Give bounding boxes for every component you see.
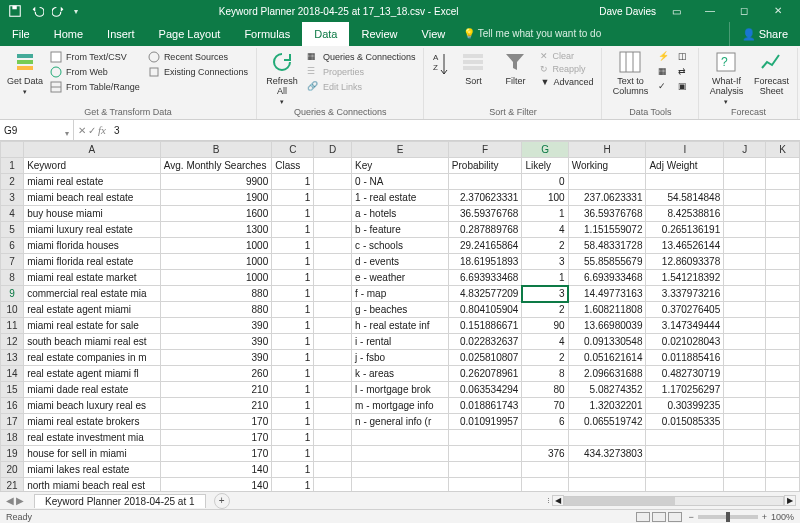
normal-view-button[interactable] — [636, 512, 650, 522]
cell[interactable] — [314, 366, 352, 382]
cell[interactable] — [766, 158, 800, 174]
cell[interactable]: 1 — [272, 174, 314, 190]
cell[interactable]: buy house miami — [24, 206, 161, 222]
cell[interactable] — [766, 462, 800, 478]
cell[interactable]: 376 — [522, 446, 568, 462]
cell[interactable] — [766, 190, 800, 206]
cell[interactable] — [724, 350, 766, 366]
cell[interactable]: 80 — [522, 382, 568, 398]
cell[interactable] — [448, 174, 522, 190]
cell[interactable]: 8.42538816 — [646, 206, 724, 222]
cell[interactable] — [314, 382, 352, 398]
edit-links-button[interactable]: 🔗Edit Links — [305, 80, 418, 94]
cell[interactable] — [314, 478, 352, 492]
cell[interactable] — [314, 462, 352, 478]
recent-sources-button[interactable]: Recent Sources — [146, 50, 250, 64]
cell[interactable]: 170 — [160, 414, 271, 430]
zoom-in-button[interactable]: + — [762, 512, 767, 522]
cell[interactable]: miami florida houses — [24, 238, 161, 254]
column-header[interactable]: I — [646, 142, 724, 158]
cell[interactable]: 0.051621614 — [568, 350, 646, 366]
remove-duplicates-button[interactable]: ▦ — [656, 65, 672, 79]
cell[interactable]: 170 — [160, 430, 271, 446]
enter-formula-icon[interactable]: ✓ — [88, 125, 96, 136]
sort-az-button[interactable]: AZ — [430, 50, 450, 78]
cell[interactable] — [448, 462, 522, 478]
row-header[interactable]: 20 — [1, 462, 24, 478]
cell[interactable] — [724, 286, 766, 302]
cell[interactable] — [314, 318, 352, 334]
select-all-corner[interactable] — [1, 142, 24, 158]
cell[interactable] — [314, 414, 352, 430]
sheet-tab[interactable]: Keyword Planner 2018-04-25 at 1 — [34, 494, 206, 508]
hscroll-left-icon[interactable]: ◀ — [552, 495, 564, 506]
cell[interactable] — [568, 430, 646, 446]
cell[interactable] — [724, 430, 766, 446]
cell[interactable] — [724, 366, 766, 382]
cell[interactable]: 1 — [272, 382, 314, 398]
cell[interactable]: 1 — [272, 206, 314, 222]
cell[interactable] — [724, 190, 766, 206]
row-header[interactable]: 2 — [1, 174, 24, 190]
cell[interactable] — [724, 478, 766, 492]
cell[interactable]: b - feature — [352, 222, 449, 238]
cell[interactable]: Adj Weight — [646, 158, 724, 174]
row-header[interactable]: 10 — [1, 302, 24, 318]
cell[interactable] — [646, 462, 724, 478]
cell[interactable]: 1 — [272, 398, 314, 414]
cell[interactable]: 90 — [522, 318, 568, 334]
cell[interactable]: 4 — [522, 222, 568, 238]
cell[interactable]: 1.32032201 — [568, 398, 646, 414]
column-header[interactable]: A — [24, 142, 161, 158]
cell[interactable] — [766, 222, 800, 238]
cell[interactable]: 170 — [160, 446, 271, 462]
row-header[interactable]: 15 — [1, 382, 24, 398]
cell[interactable] — [766, 270, 800, 286]
queries-connections-button[interactable]: ▦Queries & Connections — [305, 50, 418, 64]
cell[interactable] — [314, 190, 352, 206]
refresh-all-button[interactable]: Refresh All ▾ — [263, 50, 301, 106]
row-header[interactable]: 18 — [1, 430, 24, 446]
cell[interactable] — [568, 462, 646, 478]
tab-insert[interactable]: Insert — [95, 22, 147, 46]
cell[interactable]: 3 — [522, 286, 568, 302]
cell[interactable]: 0.021028043 — [646, 334, 724, 350]
cell[interactable]: Keyword — [24, 158, 161, 174]
reapply-button[interactable]: ↻ Reapply — [538, 63, 595, 75]
row-header[interactable]: 14 — [1, 366, 24, 382]
cell[interactable]: 390 — [160, 318, 271, 334]
cell[interactable]: 1 — [272, 254, 314, 270]
cell[interactable] — [766, 286, 800, 302]
row-header[interactable]: 9 — [1, 286, 24, 302]
cell[interactable] — [448, 430, 522, 446]
cell[interactable]: 3.147349444 — [646, 318, 724, 334]
column-header[interactable]: K — [766, 142, 800, 158]
page-break-view-button[interactable] — [668, 512, 682, 522]
cell[interactable]: a - hotels — [352, 206, 449, 222]
cell[interactable]: 1600 — [160, 206, 271, 222]
spreadsheet-grid[interactable]: ABCDEFGHIJK1KeywordAvg. Monthly Searches… — [0, 141, 800, 491]
cell[interactable] — [766, 446, 800, 462]
cell[interactable] — [314, 158, 352, 174]
tab-file[interactable]: File — [0, 22, 42, 46]
cell[interactable]: 1.151559072 — [568, 222, 646, 238]
close-button[interactable]: ✕ — [764, 0, 792, 22]
minimize-button[interactable]: — — [696, 0, 724, 22]
cell[interactable]: 0.287889768 — [448, 222, 522, 238]
cell[interactable]: 1 — [522, 206, 568, 222]
row-header[interactable]: 8 — [1, 270, 24, 286]
cell[interactable]: miami real estate for sale — [24, 318, 161, 334]
cell[interactable]: 0.091330548 — [568, 334, 646, 350]
cell[interactable]: 0.482730719 — [646, 366, 724, 382]
cell[interactable]: 210 — [160, 398, 271, 414]
cell[interactable] — [314, 206, 352, 222]
cell[interactable]: commercial real estate mia — [24, 286, 161, 302]
cell[interactable] — [314, 254, 352, 270]
existing-connections-button[interactable]: Existing Connections — [146, 65, 250, 79]
cell[interactable] — [766, 206, 800, 222]
cell[interactable]: 1 — [272, 446, 314, 462]
cell[interactable]: 0.011885416 — [646, 350, 724, 366]
column-header[interactable]: F — [448, 142, 522, 158]
cell[interactable]: 1 — [272, 270, 314, 286]
row-header[interactable]: 12 — [1, 334, 24, 350]
